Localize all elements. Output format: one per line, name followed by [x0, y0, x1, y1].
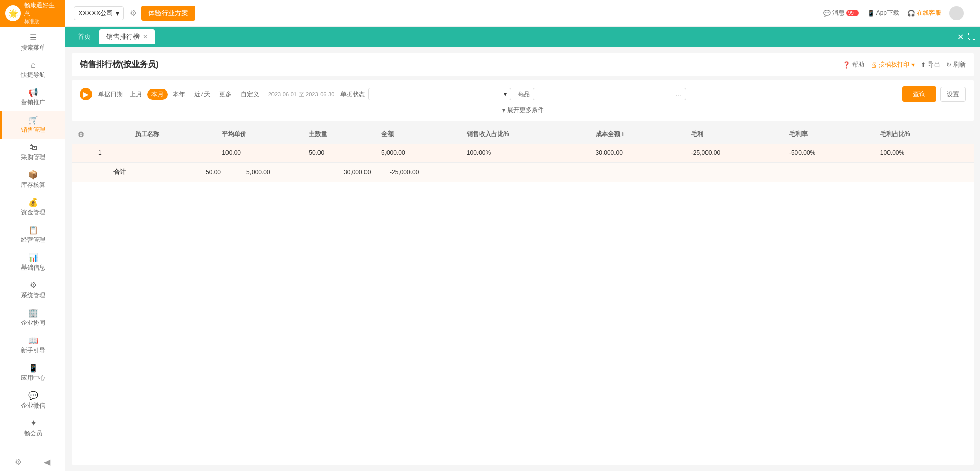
refresh-btn[interactable]: ↻ 刷新	[946, 60, 966, 69]
sidebar-label-guide: 新手引导	[21, 346, 45, 355]
help-icon: ❓	[842, 61, 850, 69]
sidebar-collapse-icon[interactable]: ◀	[44, 457, 50, 467]
cell-gross-pct-0: 100.00%	[874, 144, 974, 162]
settings-icon[interactable]: ⚙	[130, 8, 137, 18]
sidebar-item-member[interactable]: ✦ 畅会员	[0, 414, 65, 442]
sidebar-item-guide[interactable]: 📖 新手引导	[0, 331, 65, 359]
sidebar-icon-operations: 📋	[28, 225, 38, 235]
expand-down-icon: ▾	[502, 107, 505, 114]
cell-rank-0: 1	[92, 144, 129, 162]
refresh-icon: ↻	[946, 61, 951, 69]
footer-cost: 30,000.00	[344, 169, 390, 176]
column-settings-icon[interactable]: ⚙	[78, 130, 84, 139]
footer-gross: -25,000.00	[390, 169, 436, 176]
sidebar-logo: 🌟 畅康通好生意 标准版	[0, 0, 65, 27]
col-header-rank	[92, 125, 129, 144]
template-print-btn[interactable]: 🖨 按模板打印 ▾	[871, 60, 915, 69]
status-dropdown-icon: ▾	[504, 91, 507, 98]
col-header-cost: 成本全额 ℹ	[589, 125, 685, 144]
page-content: 销售排行榜(按业务员) ❓ 帮助 🖨 按模板打印 ▾ ⬆ 导出 ↻ 刷新	[65, 47, 980, 471]
export-btn[interactable]: ⬆ 导出	[921, 60, 940, 69]
date-tab-this-month[interactable]: 本月	[147, 89, 168, 100]
sidebar-label-search-order: 搜索菜单	[21, 43, 45, 52]
message-btn[interactable]: 💬 消息 99+	[823, 9, 859, 17]
sidebar-icon-search-order: ☰	[30, 33, 37, 42]
tab-close-icon[interactable]: ✕	[143, 33, 148, 40]
sidebar-item-wechat[interactable]: 💬 企业微信	[0, 387, 65, 414]
tab-minimize-icon[interactable]: ✕	[957, 32, 964, 42]
home-tab-label: 首页	[78, 33, 91, 40]
action-buttons: 查询 设置	[902, 86, 966, 102]
cell-qty-0: 50.00	[303, 144, 375, 162]
footer-label: 合计	[113, 168, 165, 176]
query-btn[interactable]: 查询	[902, 86, 936, 102]
date-tab-custom[interactable]: 自定义	[237, 89, 263, 100]
sidebar-icon-sales-mgmt: 🛒	[28, 115, 38, 125]
online-service-btn[interactable]: 🎧 在线客服	[907, 9, 941, 17]
sidebar-item-system[interactable]: ⚙ 系统管理	[0, 276, 65, 304]
sidebar-icon-quick-nav: ⌂	[31, 60, 36, 70]
logo-badge: 标准版	[24, 18, 60, 25]
help-label: 帮助	[852, 60, 864, 69]
logo-icon: 🌟	[5, 5, 21, 21]
sidebar-label-marketing: 营销推广	[21, 98, 45, 107]
app-download-btn[interactable]: 📱 App下载	[867, 9, 899, 17]
print-icon: 🖨	[871, 61, 877, 69]
date-tab-7days[interactable]: 近7天	[190, 89, 214, 100]
col-header-name: 员工名称	[129, 125, 216, 144]
trial-btn[interactable]: 体验行业方案	[141, 6, 195, 21]
date-tabs: 上月 本月 本年 近7天 更多 自定义	[126, 89, 263, 100]
table-area: ⚙ 员工名称 平均单价 主数量 全额 销售收入占比% 成本全额 ℹ 毛利 毛利率…	[72, 125, 974, 465]
date-range: 2023-06-01 至 2023-06-30	[268, 91, 335, 98]
app-download-label: App下载	[876, 9, 899, 17]
col-header-avg-price: 平均单价	[216, 125, 303, 144]
cell-name-0	[129, 144, 216, 162]
sidebar-label-sales-mgmt: 销售管理	[21, 126, 45, 134]
sidebar-item-operations[interactable]: 📋 经营管理	[0, 221, 65, 249]
sidebar-icon-wechat: 💬	[28, 391, 38, 400]
date-filter: 单据日期 上月 本月 本年 近7天 更多 自定义 2023-06-01 至 20…	[98, 89, 334, 100]
sidebar-item-base-info[interactable]: 📊 基础信息	[0, 249, 65, 276]
tab-home[interactable]: 首页	[70, 28, 99, 46]
filter-collapse-btn[interactable]: ▶	[80, 88, 92, 100]
avatar[interactable]	[949, 6, 964, 20]
sidebar-item-sales-mgmt[interactable]: 🛒 销售管理	[0, 111, 65, 139]
date-tab-this-year[interactable]: 本年	[169, 89, 189, 100]
sidebar-label-purchase-mgmt: 采购管理	[21, 153, 45, 162]
sidebar-item-app-center[interactable]: 📱 应用中心	[0, 359, 65, 387]
sidebar-item-inventory[interactable]: 📦 库存核算	[0, 166, 65, 193]
sidebar-label-finance: 资金管理	[21, 208, 45, 217]
page-actions: ❓ 帮助 🖨 按模板打印 ▾ ⬆ 导出 ↻ 刷新	[842, 60, 966, 69]
message-label: 消息	[832, 9, 845, 17]
sidebar-settings-icon[interactable]: ⚙	[15, 457, 22, 467]
goods-select[interactable]: …	[533, 88, 686, 100]
tab-sales-ranking[interactable]: 销售排行榜 ✕	[99, 29, 155, 44]
help-btn[interactable]: ❓ 帮助	[842, 60, 864, 69]
settings-display-btn[interactable]: 设置	[940, 87, 966, 102]
col-header-settings: ⚙	[72, 125, 92, 144]
date-tab-last-month[interactable]: 上月	[126, 89, 146, 100]
sidebar-item-finance[interactable]: 💰 资金管理	[0, 193, 65, 221]
page-title: 销售排行榜(按业务员)	[80, 59, 159, 70]
sidebar-label-wechat: 企业微信	[21, 401, 45, 410]
company-selector[interactable]: XXXXX公司 ▾	[74, 6, 124, 20]
expand-more-label: 展开更多条件	[507, 106, 544, 115]
tab-fullscreen-icon[interactable]: ⛶	[968, 32, 976, 41]
date-tab-more[interactable]: 更多	[215, 89, 236, 100]
sidebar-item-purchase-mgmt[interactable]: 🛍 采购管理	[0, 139, 65, 166]
expand-more-row[interactable]: ▾ 展开更多条件	[80, 106, 966, 115]
sidebar-icon-base-info: 📊	[28, 253, 38, 262]
sidebar-item-enterprise[interactable]: 🏢 企业协同	[0, 304, 65, 331]
status-select[interactable]: ▾	[368, 88, 511, 100]
goods-filter-label: 商品	[517, 90, 530, 99]
sidebar-item-quick-nav[interactable]: ⌂ 快捷导航	[0, 56, 65, 83]
sidebar-item-search-order[interactable]: ☰ 搜索菜单	[0, 29, 65, 56]
online-service-label: 在线客服	[917, 9, 941, 17]
data-table: ⚙ 员工名称 平均单价 主数量 全额 销售收入占比% 成本全额 ℹ 毛利 毛利率…	[72, 125, 974, 162]
cell-cost-0: 30,000.00	[589, 144, 685, 162]
cell-gross-rate-0: -500.00%	[783, 144, 874, 162]
export-label: 导出	[928, 60, 940, 69]
company-name: XXXXX公司	[78, 9, 113, 18]
cell-amount-0: 5,000.00	[375, 144, 461, 162]
sidebar-item-marketing[interactable]: 📢 营销推广	[0, 83, 65, 111]
